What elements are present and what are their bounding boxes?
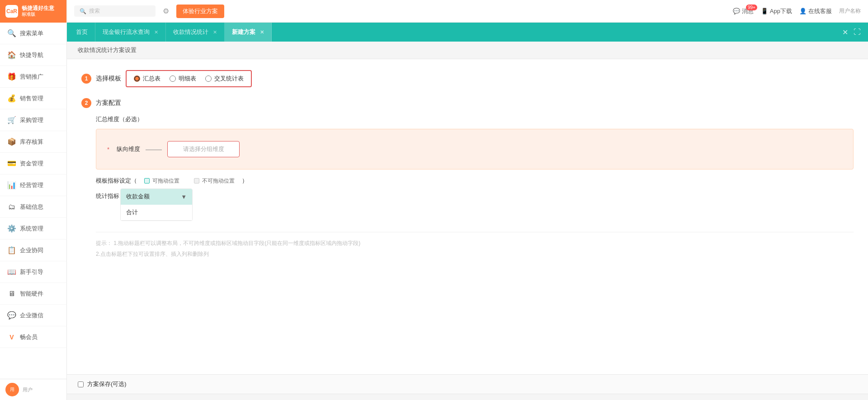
sidebar: CaR 畅捷通好生意 标准版 🔍 搜索菜单 🏠 快捷导航 🎁 营销推广 💰 销售…	[0, 0, 67, 400]
app-name: 畅捷通好生意	[22, 5, 54, 11]
box-icon: 📦	[7, 137, 16, 146]
search-placeholder: 搜索	[89, 7, 100, 15]
download-icon: 📱	[761, 8, 768, 14]
step1-number: 1	[81, 74, 91, 84]
book-icon: 📖	[7, 268, 16, 276]
collab-icon: 📋	[7, 246, 16, 254]
template-selection: 汇总表 明细表 交叉统计表	[126, 70, 252, 87]
metrics-column-header: 收款金额 ▼	[121, 189, 192, 205]
radio-summary-input[interactable]	[134, 75, 140, 82]
dimension-title: 汇总维度（必选）	[96, 115, 854, 123]
sidebar-item-finance[interactable]: 💳 资金管理	[0, 153, 66, 174]
trial-button[interactable]: 体验行业方案	[176, 5, 224, 18]
metrics-grid-container: 统计指标 收款金额 ▼ 合计	[96, 188, 854, 221]
step1-header: 1 选择模板 汇总表 明细表 交叉统计表	[81, 70, 854, 87]
sidebar-item-label: 企业微信	[20, 311, 43, 320]
sidebar-item-label: 新手引导	[20, 268, 43, 276]
step1-section: 1 选择模板 汇总表 明细表 交叉统计表	[81, 70, 854, 87]
search-bar[interactable]: 🔍 搜索	[74, 5, 156, 17]
money-icon: 💰	[7, 94, 16, 103]
sidebar-item-label: 库存核算	[20, 138, 43, 146]
sidebar-item-label: 搜索菜单	[20, 29, 43, 38]
sidebar-item-label: 快捷导航	[20, 51, 43, 59]
metrics-section: 模板指标设定（ 可拖动位置 不可拖动位置 ）	[96, 177, 854, 221]
step1-title: 选择模板	[96, 75, 121, 83]
movable-dot	[144, 178, 150, 184]
sidebar-item-vip[interactable]: V 畅会员	[0, 326, 66, 348]
save-option: 方案保存(可选)	[67, 374, 868, 394]
tab-bank-flow[interactable]: 现金银行流水查询 ✕	[95, 23, 166, 42]
radio-detail[interactable]: 明细表	[170, 75, 196, 83]
bottom-bar: 取消 查询	[67, 394, 868, 400]
sidebar-item-hardware[interactable]: 🖥 智能硬件	[0, 283, 66, 305]
required-star: *	[107, 146, 109, 153]
tabs-actions: ✕ ⛶	[837, 28, 866, 37]
legend-movable: 可拖动位置	[144, 177, 179, 185]
sidebar-item-guide[interactable]: 📖 新手引导	[0, 261, 66, 283]
tab-receipts-stats[interactable]: 收款情况统计 ✕	[166, 23, 225, 42]
movable-label: 可拖动位置	[152, 177, 179, 185]
tab-receipts-close[interactable]: ✕	[213, 29, 217, 35]
tip-line2: 2.点击标题栏下拉可设置排序、插入列和删除列	[96, 249, 854, 259]
tab-bank-flow-close[interactable]: ✕	[154, 29, 158, 35]
radio-detail-input[interactable]	[170, 75, 176, 82]
sidebar-item-label: 基础信息	[20, 203, 43, 211]
radio-detail-label: 明细表	[179, 75, 196, 83]
notification-button[interactable]: 💬 消息 99+	[733, 7, 754, 15]
user-name[interactable]: 用户	[23, 386, 33, 393]
step2-number: 2	[81, 98, 91, 108]
search-icon: 🔍	[80, 8, 86, 14]
sidebar-item-label: 营销推广	[20, 73, 43, 81]
topbar: 🔍 搜索 ⚙ 体验行业方案 💬 消息 99+ 📱 App下载 👤 在线客服 用户…	[67, 0, 868, 23]
tab-home[interactable]: 首页	[69, 23, 95, 42]
sidebar-item-marketing[interactable]: 🎁 营销推广	[0, 66, 66, 88]
sidebar-item-label: 智能硬件	[20, 290, 43, 298]
minimize-icon[interactable]: ✕	[842, 28, 848, 37]
column-dropdown-icon[interactable]: ▼	[181, 193, 187, 200]
sidebar-item-label: 销售管理	[20, 94, 43, 103]
settings-icon: ⚙️	[7, 224, 16, 233]
sidebar-item-search-menu[interactable]: 🔍 搜索菜单	[0, 23, 66, 44]
sidebar-item-wechat[interactable]: 💬 企业微信	[0, 305, 66, 326]
folder-icon: 🗂	[7, 203, 16, 211]
tab-new-plan[interactable]: 新建方案 ✕	[225, 23, 272, 42]
app-download-button[interactable]: 📱 App下载	[761, 7, 792, 15]
sidebar-item-purchase[interactable]: 🛒 采购管理	[0, 109, 66, 131]
cart-icon: 🛒	[7, 116, 16, 124]
form-container: 1 选择模板 汇总表 明细表 交叉统计表	[67, 59, 868, 374]
chat-icon: 💬	[7, 311, 16, 320]
monitor-icon: 🖥	[7, 290, 16, 298]
sidebar-item-basics[interactable]: 🗂 基础信息	[0, 196, 66, 218]
radio-summary-label: 汇总表	[143, 75, 160, 83]
radio-cross-input[interactable]	[205, 75, 212, 82]
sidebar-item-label: 畅会员	[20, 333, 38, 341]
home-icon: 🏠	[7, 51, 16, 59]
sidebar-item-operations[interactable]: 📊 经营管理	[0, 174, 66, 196]
tab-bar: 首页 现金银行流水查询 ✕ 收款情况统计 ✕ 新建方案 ✕ ✕ ⛶	[67, 23, 868, 42]
radio-summary[interactable]: 汇总表	[134, 75, 160, 83]
tips-section: 提示： 1.拖动标题栏可以调整布局，不可跨维度或指标区域拖动目字段(只能在同一维…	[96, 232, 854, 259]
message-icon: 💬	[733, 8, 740, 14]
search-icon: 🔍	[7, 29, 16, 38]
fixed-dot	[194, 178, 199, 184]
sidebar-item-system[interactable]: ⚙️ 系统管理	[0, 218, 66, 240]
dimension-select[interactable]: 请选择分组维度	[167, 141, 240, 157]
tab-bank-flow-label: 现金银行流水查询	[103, 28, 150, 36]
step2-title: 方案配置	[96, 99, 121, 107]
service-icon: 👤	[799, 8, 807, 14]
online-service-button[interactable]: 👤 在线客服	[799, 7, 832, 15]
maximize-icon[interactable]: ⛶	[854, 28, 861, 36]
fixed-label: 不可拖动位置	[202, 177, 235, 185]
sidebar-item-quick-nav[interactable]: 🏠 快捷导航	[0, 44, 66, 66]
sidebar-item-inventory[interactable]: 📦 库存核算	[0, 131, 66, 153]
save-checkbox[interactable]	[78, 381, 84, 387]
sidebar-item-enterprise[interactable]: 📋 企业协同	[0, 240, 66, 261]
sidebar-item-sales[interactable]: 💰 销售管理	[0, 88, 66, 109]
arrow-icon: ——	[146, 145, 162, 154]
tab-new-plan-close[interactable]: ✕	[260, 29, 264, 35]
card-icon: 💳	[7, 159, 16, 168]
settings-icon[interactable]: ⚙	[163, 7, 169, 15]
sidebar-bottom: 用 用户	[0, 379, 66, 400]
radio-cross[interactable]: 交叉统计表	[205, 75, 244, 83]
user-avatar: 用	[5, 383, 19, 396]
